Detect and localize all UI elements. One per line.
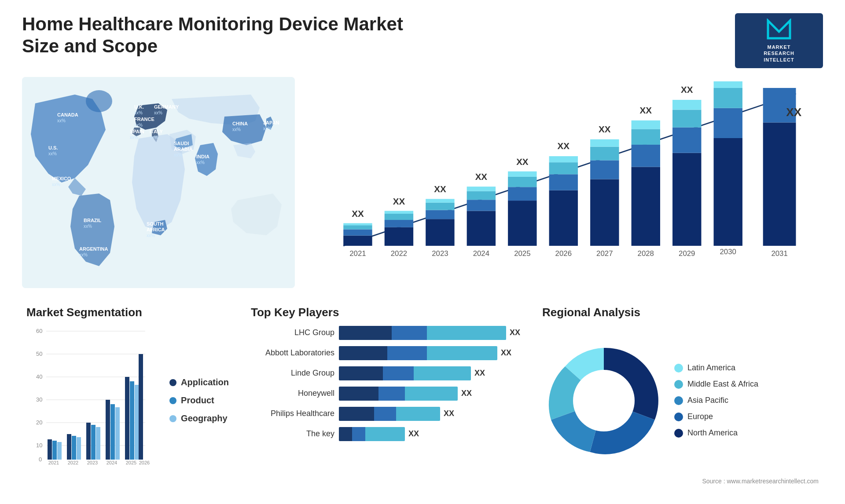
svg-rect-26 [467, 186, 496, 191]
source-text: Source : www.marketresearchintellect.com [542, 478, 819, 485]
svg-text:XX: XX [352, 208, 364, 219]
logo-area: MARKET RESEARCH INTELLECT [735, 13, 823, 68]
logo-box: MARKET RESEARCH INTELLECT [735, 13, 823, 68]
svg-text:XX: XX [434, 184, 446, 194]
reg-legend-latam: Latin America [674, 363, 758, 373]
europe-label: Europe [687, 412, 713, 421]
bar-seg2 [383, 366, 414, 380]
player-name: The key [251, 429, 334, 438]
mea-label: Middle East & Africa [687, 380, 758, 389]
northamerica-dot [674, 429, 683, 438]
svg-rect-7 [343, 225, 372, 229]
svg-rect-19 [426, 203, 454, 210]
svg-text:XX: XX [599, 124, 611, 134]
svg-text:2029: 2029 [679, 249, 695, 258]
bar-seg1 [339, 346, 387, 360]
player-val: XX [408, 429, 419, 438]
svg-rect-49 [632, 129, 660, 145]
svg-rect-44 [590, 139, 619, 147]
svg-text:10: 10 [36, 442, 42, 449]
saudi-val: xx% [174, 153, 182, 157]
player-val: XX [501, 348, 511, 358]
svg-rect-8 [343, 223, 372, 225]
players-title: Top Key Players [251, 306, 520, 319]
player-bar [339, 326, 506, 340]
svg-text:2027: 2027 [596, 249, 613, 258]
player-bar-container: XX [339, 346, 520, 360]
saudi-label2: ARABIA [174, 146, 193, 152]
spain-label: SPAIN [130, 129, 144, 134]
svg-text:XX: XX [475, 172, 488, 182]
svg-rect-32 [508, 172, 536, 177]
svg-rect-18 [426, 210, 454, 219]
svg-rect-90 [91, 425, 96, 460]
svg-text:2022: 2022 [68, 460, 78, 465]
germany-label: GERMANY [154, 104, 179, 110]
top-section: CANADA xx% U.S. xx% MEXICO xx% BRAZIL xx… [22, 77, 823, 288]
player-bar [339, 346, 497, 360]
mexico-label: MEXICO [52, 176, 71, 181]
logo-letter [743, 18, 815, 44]
svg-rect-31 [508, 177, 536, 187]
seg-chart: 60 50 40 30 20 10 0 [26, 326, 156, 475]
svg-rect-37 [549, 162, 578, 174]
northamerica-label: North America [687, 428, 738, 438]
donut-chart [542, 339, 665, 462]
france-val: xx% [134, 123, 143, 128]
player-name: Philips Healthcare [251, 409, 334, 418]
player-val: XX [444, 409, 454, 418]
bar-seg1 [339, 387, 378, 401]
regional-inner: Latin America Middle East & Africa Asia … [542, 326, 819, 475]
bar-seg1 [339, 366, 383, 380]
application-label: Application [181, 377, 229, 387]
svg-rect-98 [130, 381, 134, 460]
canada-val: xx% [57, 118, 66, 123]
svg-text:2028: 2028 [638, 249, 654, 258]
bar-seg3 [414, 366, 471, 380]
svg-rect-41 [590, 179, 619, 245]
svg-rect-60 [714, 108, 742, 138]
product-label: Product [181, 395, 214, 405]
players-list: LHC Group XX Abbott Laboratories [251, 326, 520, 441]
bar-seg2 [352, 427, 365, 441]
svg-rect-62 [714, 81, 742, 88]
bar-seg2 [387, 346, 427, 360]
svg-rect-97 [125, 377, 129, 460]
reg-legend-asiapacific: Asia Pacific [674, 396, 758, 405]
player-row: The key XX [251, 427, 520, 441]
bar-seg3 [427, 346, 497, 360]
player-row: Philips Healthcare XX [251, 407, 520, 421]
segmentation-title: Market Segmentation [26, 306, 229, 319]
svg-rect-11 [385, 227, 413, 246]
svg-point-2 [86, 90, 112, 112]
player-row: Honeywell XX [251, 387, 520, 401]
svg-text:60: 60 [36, 328, 42, 334]
bar-seg2 [378, 387, 405, 401]
bottom-section: Market Segmentation 60 50 40 30 20 10 0 [22, 301, 823, 495]
svg-rect-101 [139, 354, 143, 460]
svg-rect-81 [48, 439, 52, 460]
svg-rect-42 [590, 160, 619, 179]
reg-legend-mea: Middle East & Africa [674, 380, 758, 389]
svg-text:2031: 2031 [771, 249, 787, 258]
player-name: Linde Group [251, 369, 334, 378]
svg-rect-95 [115, 407, 120, 460]
saudi-label: SAUDI [174, 141, 189, 146]
china-val: xx% [232, 127, 241, 132]
svg-text:XX: XX [681, 84, 693, 95]
italy-label: ITALY [150, 129, 163, 134]
svg-rect-13 [385, 214, 413, 220]
reg-legend-europe: Europe [674, 412, 758, 421]
player-val: XX [510, 328, 520, 337]
player-row: Linde Group XX [251, 366, 520, 380]
logo-text: MARKET RESEARCH INTELLECT [743, 44, 815, 63]
asiapacific-dot [674, 396, 683, 405]
player-val: XX [461, 389, 472, 398]
donut-svg [542, 339, 665, 462]
svg-rect-93 [106, 400, 110, 460]
svg-text:2030: 2030 [720, 247, 736, 256]
svg-rect-35 [549, 190, 578, 246]
svg-rect-61 [714, 88, 742, 108]
southafrica-val: xx% [147, 233, 155, 238]
latam-label: Latin America [687, 363, 735, 373]
